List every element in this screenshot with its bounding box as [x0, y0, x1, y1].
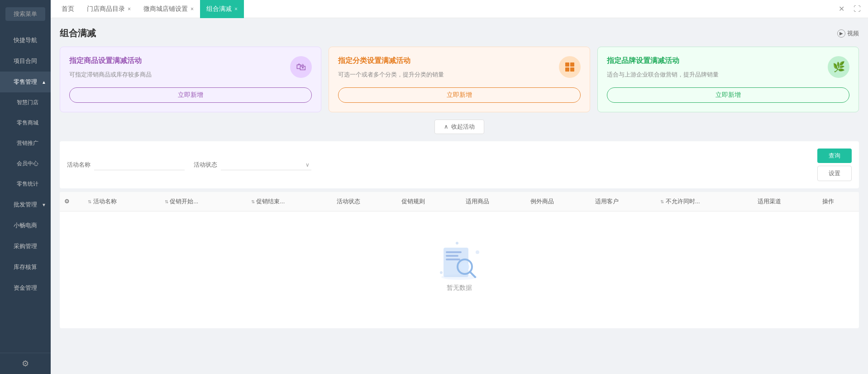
activity-name-field: 活动名称 [67, 159, 185, 170]
activity-name-input[interactable] [94, 159, 185, 170]
product-activity-card: 🛍 指定商品设置满减活动 可指定滞销商品或库存较多商品 立即新增 [60, 47, 321, 112]
activity-status-select[interactable]: 进行中 已结束 未开始 [221, 159, 311, 170]
sort-icon[interactable]: ⇅ [165, 199, 168, 204]
brand-card-title: 指定品牌设置满减活动 [607, 56, 849, 66]
sidebar: 搜索菜单 快捷导航 项目合同 零售管理 ▲ 智慧门店 零售商城 营销推广 会员中… [0, 0, 51, 374]
collapse-label: 收起活动 [451, 123, 475, 131]
tab-store-catalog[interactable]: 门店商品目录 × [81, 0, 137, 18]
search-actions: 查询 设置 [817, 149, 852, 181]
page-content: 组合满减 ▶ 视频 🛍 指定商品设置满减活动 可指定滞销商品或库存较多商品 立即… [51, 18, 868, 374]
svg-rect-6 [446, 251, 462, 253]
sidebar-item-smart-store[interactable]: 智慧门店 [0, 92, 51, 113]
th-applicable-channel: 适用渠道 [753, 192, 818, 211]
category-card-desc: 可选一个或者多个分类，提升分类的销量 [338, 70, 581, 79]
th-except-goods: 例外商品 [526, 192, 591, 211]
sidebar-item-purchase-mgmt[interactable]: 采购管理 [0, 236, 51, 257]
play-icon: ▶ [837, 29, 845, 38]
sidebar-item-wholesale-mgmt[interactable]: 批发管理 ▼ [0, 194, 51, 215]
search-menu-button[interactable]: 搜索菜单 [5, 7, 45, 21]
sidebar-item-label: 智慧门店 [17, 99, 38, 106]
close-icon[interactable]: × [234, 6, 238, 12]
sidebar-item-member-center[interactable]: 会员中心 [0, 153, 51, 174]
sidebar-item-marketing[interactable]: 营销推广 [0, 133, 51, 153]
sidebar-item-quick-nav[interactable]: 快捷导航 [0, 30, 51, 51]
sidebar-item-xiao-chang[interactable]: 小畅电商 [0, 215, 51, 236]
sidebar-item-project-contract[interactable]: 项目合同 [0, 51, 51, 72]
maximize-button[interactable]: ⛶ [851, 4, 863, 14]
gear-icon[interactable]: ⚙ [0, 359, 51, 369]
svg-point-13 [476, 250, 479, 254]
th-activity-status: 活动状态 [332, 192, 397, 211]
th-applicable-goods: 适用商品 [461, 192, 526, 211]
table-header: ⚙ ⇅ 活动名称 ⇅ 促销开始... ⇅ 促销结束... [60, 192, 859, 211]
sidebar-item-label: 库存核算 [14, 263, 37, 271]
tab-wechat-settings[interactable]: 微商城店铺设置 × [137, 0, 200, 18]
tab-combo-discount[interactable]: 组合满减 × [200, 0, 244, 18]
video-link[interactable]: ▶ 视频 [837, 29, 859, 38]
svg-rect-7 [446, 255, 458, 257]
sidebar-bottom: ⚙ [0, 353, 51, 374]
table-body: 暂无数据 [60, 211, 859, 328]
sidebar-item-retail-mall[interactable]: 零售商城 [0, 113, 51, 133]
collapse-button[interactable]: ∧ 收起活动 [434, 120, 484, 134]
settings-button[interactable]: 设置 [817, 166, 852, 181]
sort-icon[interactable]: ⇅ [660, 199, 664, 204]
sidebar-item-retail-stats[interactable]: 零售统计 [0, 174, 51, 194]
search-area: 活动名称 活动状态 进行中 已结束 未开始 ∨ [60, 141, 859, 188]
search-row: 活动名称 活动状态 进行中 已结束 未开始 ∨ [67, 149, 852, 181]
sidebar-item-label: 小畅电商 [14, 221, 37, 230]
svg-rect-8 [446, 259, 460, 260]
sort-icon[interactable]: ⇅ [251, 199, 255, 204]
category-card-title: 指定分类设置满减活动 [338, 56, 581, 66]
sidebar-item-retail-mgmt[interactable]: 零售管理 ▲ [0, 72, 51, 92]
th-not-allow-same: ⇅ 不允许同时... [655, 192, 753, 211]
category-add-button[interactable]: 立即新增 [338, 87, 581, 103]
tab-wechat-settings-label: 微商城店铺设置 [143, 5, 188, 13]
close-icon[interactable]: × [191, 6, 194, 12]
th-promo-end: ⇅ 促销结束... [246, 192, 332, 211]
tab-home[interactable]: 首页 [55, 0, 81, 18]
main-area: 首页 门店商品目录 × 微商城店铺设置 × 组合满减 × ✕ ⛶ 组合满减 ▶ … [51, 0, 868, 374]
svg-point-10 [460, 262, 469, 271]
video-label: 视频 [847, 29, 859, 38]
empty-text: 暂无数据 [447, 284, 472, 292]
sidebar-item-label: 营销推广 [17, 139, 38, 147]
activity-status-label: 活动状态 [194, 161, 217, 169]
brand-card-icon: 🌿 [828, 56, 849, 78]
th-applicable-customer: 适用客户 [591, 192, 655, 211]
page-header: 组合满减 ▶ 视频 [60, 27, 859, 39]
close-tab-button[interactable]: ✕ [836, 4, 847, 14]
svg-rect-2 [565, 67, 569, 72]
gear-icon[interactable]: ⚙ [64, 198, 70, 205]
th-promo-rule: 促销规则 [397, 192, 462, 211]
product-card-icon: 🛍 [290, 56, 312, 78]
th-gear: ⚙ [60, 192, 82, 211]
category-card-icon [559, 56, 581, 78]
svg-rect-3 [570, 67, 574, 72]
tab-store-catalog-label: 门店商品目录 [87, 5, 125, 13]
activity-status-field: 活动状态 进行中 已结束 未开始 ∨ [194, 159, 311, 170]
product-add-button[interactable]: 立即新增 [69, 87, 312, 103]
svg-rect-1 [570, 62, 574, 67]
data-table-container: ⚙ ⇅ 活动名称 ⇅ 促销开始... ⇅ 促销结束... [60, 192, 859, 328]
sidebar-item-finance[interactable]: 资金管理 [0, 278, 51, 298]
sidebar-item-label: 零售统计 [17, 180, 38, 188]
query-button[interactable]: 查询 [817, 149, 852, 163]
svg-rect-0 [565, 62, 569, 67]
collapse-bar: ∧ 收起活动 [60, 120, 859, 134]
tabs-bar: 首页 门店商品目录 × 微商城店铺设置 × 组合满减 × ✕ ⛶ [51, 0, 868, 18]
sort-icon[interactable]: ⇅ [88, 199, 91, 204]
data-table: ⚙ ⇅ 活动名称 ⇅ 促销开始... ⇅ 促销结束... [60, 192, 859, 328]
sidebar-item-label: 会员中心 [17, 160, 38, 168]
brand-activity-card: 🌿 指定品牌设置满减活动 适合与上游企业联合做营销，提升品牌销量 立即新增 [597, 47, 859, 112]
activity-name-label: 活动名称 [67, 161, 91, 169]
tab-home-label: 首页 [62, 5, 74, 13]
th-activity-name: ⇅ 活动名称 [82, 192, 159, 211]
sidebar-nav: 快捷导航 项目合同 零售管理 ▲ 智慧门店 零售商城 营销推广 会员中心 零售统… [0, 30, 51, 353]
close-icon[interactable]: × [128, 6, 131, 12]
svg-point-12 [456, 242, 458, 245]
sidebar-item-label: 零售管理 [14, 78, 37, 86]
tabs-actions: ✕ ⛶ [836, 4, 863, 14]
sidebar-item-inventory[interactable]: 库存核算 [0, 257, 51, 278]
brand-add-button[interactable]: 立即新增 [607, 87, 849, 103]
